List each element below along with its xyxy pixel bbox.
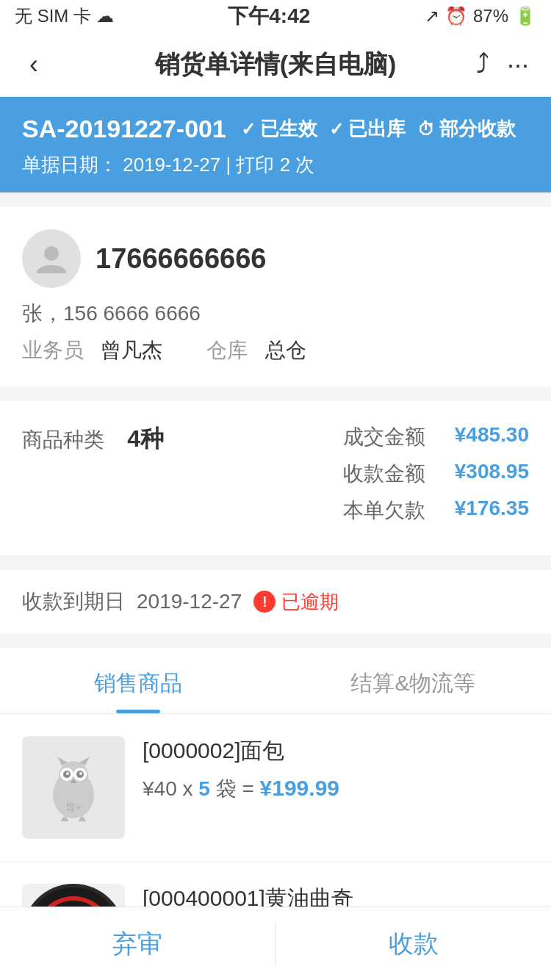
customer-row: 17666666666 xyxy=(22,229,529,288)
customer-phone: 17666666666 xyxy=(96,243,266,275)
clock-icon: ⏱ xyxy=(417,119,435,140)
product-price-1: ¥40 xyxy=(143,777,177,800)
battery-status: 87% xyxy=(473,6,508,26)
avatar xyxy=(22,229,81,288)
customer-name-phone: 张，156 6666 6666 xyxy=(22,300,529,328)
warehouse-value: 总仓 xyxy=(265,339,306,361)
svg-text:导+: 导+ xyxy=(65,801,82,813)
salesperson-label: 业务员 xyxy=(22,339,84,361)
product-unit-1: 袋 xyxy=(216,777,237,800)
header-banner: SA-20191227-001 ✓ 已生效 ✓ 已出库 ⏱ 部分收款 单据日期：… xyxy=(0,97,551,192)
product-equals-1: = xyxy=(242,777,259,800)
share-icon[interactable]: ⤴ xyxy=(476,49,489,80)
badge-partial-label: 部分收款 xyxy=(439,116,516,142)
overdue-label: 已逾期 xyxy=(281,589,339,615)
product-types-value: 4种 xyxy=(127,425,164,452)
stats-right: 成交金额 ¥485.30 收款金额 ¥308.95 本单欠款 ¥176.35 xyxy=(343,423,529,533)
badge-partial: ⏱ 部分收款 xyxy=(417,116,516,142)
stats-section: 商品种类 4种 成交金额 ¥485.30 收款金额 ¥308.95 本单欠款 ¥… xyxy=(0,401,551,555)
more-icon[interactable]: ··· xyxy=(507,49,529,80)
collected-amount-label: 收款金额 xyxy=(343,460,425,488)
print-info: | 打印 2 次 xyxy=(226,154,314,176)
collect-button[interactable]: 收款 xyxy=(276,907,552,980)
badge-shipped-label: 已出库 xyxy=(348,116,406,142)
nav-actions: ⤴ ··· xyxy=(476,49,529,80)
product-types-row: 商品种类 4种 xyxy=(22,423,164,455)
customer-meta: 业务员 曾凡杰 仓库 总仓 xyxy=(22,336,529,364)
product-info-1: [0000002]面包 ¥40 x 5 袋 = ¥199.99 xyxy=(143,736,529,803)
svg-point-11 xyxy=(79,772,82,775)
check-icon-effective: ✓ xyxy=(241,119,256,140)
due-date-value: 2019-12-27 xyxy=(137,590,242,613)
product-thumbnail-1: 导+ xyxy=(22,736,125,839)
deal-amount-row: 成交金额 ¥485.30 xyxy=(343,423,529,451)
tabs-section: 销售商品 结算&物流等 xyxy=(0,648,551,714)
overdue-icon: ! xyxy=(253,591,276,613)
status-right: ↗ ⏰ 87% 🔋 xyxy=(425,6,536,26)
status-badges: ✓ 已生效 ✓ 已出库 ⏱ 部分收款 xyxy=(241,116,516,142)
collected-amount-row: 收款金额 ¥308.95 xyxy=(343,460,529,488)
header-date: 单据日期： 2019-12-27 | 打印 2 次 xyxy=(22,152,529,178)
due-section: 收款到期日 2019-12-27 ! 已逾期 xyxy=(0,570,551,633)
deal-amount-value: ¥485.30 xyxy=(455,423,529,451)
product-qty-1: 5 xyxy=(198,777,210,800)
overdue-badge: ! 已逾期 xyxy=(253,589,339,615)
tab-settlement[interactable]: 结算&物流等 xyxy=(276,648,551,713)
warehouse-info: 仓库 总仓 xyxy=(206,336,306,364)
page-title: 销货单详情(来自电脑) xyxy=(155,48,397,82)
owed-amount-label: 本单欠款 xyxy=(343,497,425,525)
battery-icon: 🔋 xyxy=(514,6,536,26)
owed-amount-row: 本单欠款 ¥176.35 xyxy=(343,497,529,525)
badge-effective-label: 已生效 xyxy=(260,116,317,142)
warehouse-label: 仓库 xyxy=(206,339,248,361)
status-bar: 无 SIM 卡 ☁ 下午4:42 ↗ ⏰ 87% 🔋 xyxy=(0,0,551,32)
product-price-row-1: ¥40 x 5 袋 = ¥199.99 xyxy=(143,775,529,803)
product-name-1: [0000002]面包 xyxy=(143,736,529,766)
list-item: 导+ [0000002]面包 ¥40 x 5 袋 = ¥199.99 xyxy=(0,714,551,862)
date-label: 单据日期： xyxy=(22,154,118,176)
reject-button[interactable]: 弃审 xyxy=(0,907,276,980)
check-icon-shipped: ✓ xyxy=(329,119,344,140)
deal-amount-label: 成交金额 xyxy=(343,423,425,451)
salesperson-value: 曾凡杰 xyxy=(101,339,162,361)
product-multiply-1: x xyxy=(183,777,199,800)
tabs-row: 销售商品 结算&物流等 xyxy=(0,648,551,713)
product-total-1: ¥199.99 xyxy=(260,776,339,800)
collected-amount-value: ¥308.95 xyxy=(455,460,529,488)
bottom-bar: 弃审 收款 xyxy=(0,907,551,980)
status-time: 下午4:42 xyxy=(228,2,310,30)
badge-effective: ✓ 已生效 xyxy=(241,116,317,142)
svg-point-10 xyxy=(66,772,69,775)
customer-section: 17666666666 张，156 6666 6666 业务员 曾凡杰 仓库 总… xyxy=(0,207,551,386)
back-button[interactable]: ‹ xyxy=(22,42,46,87)
nav-bar: ‹ 销货单详情(来自电脑) ⤴ ··· xyxy=(0,32,551,97)
sim-status: 无 SIM 卡 ☁ xyxy=(15,4,114,28)
alarm-icon: ⏰ xyxy=(445,6,467,26)
order-id: SA-20191227-001 xyxy=(22,115,226,143)
product-types-label: 商品种类 xyxy=(22,428,104,451)
svg-point-0 xyxy=(44,246,59,261)
due-date-label: 收款到期日 xyxy=(22,588,125,616)
salesperson-info: 业务员 曾凡杰 xyxy=(22,336,162,364)
order-date: 2019-12-27 xyxy=(123,154,220,176)
owed-amount-value: ¥176.35 xyxy=(455,497,529,525)
tab-sales[interactable]: 销售商品 xyxy=(0,648,276,713)
stats-left: 商品种类 4种 xyxy=(22,423,164,461)
badge-shipped: ✓ 已出库 xyxy=(329,116,406,142)
status-left: 无 SIM 卡 ☁ xyxy=(15,4,114,28)
location-icon: ↗ xyxy=(425,6,439,26)
